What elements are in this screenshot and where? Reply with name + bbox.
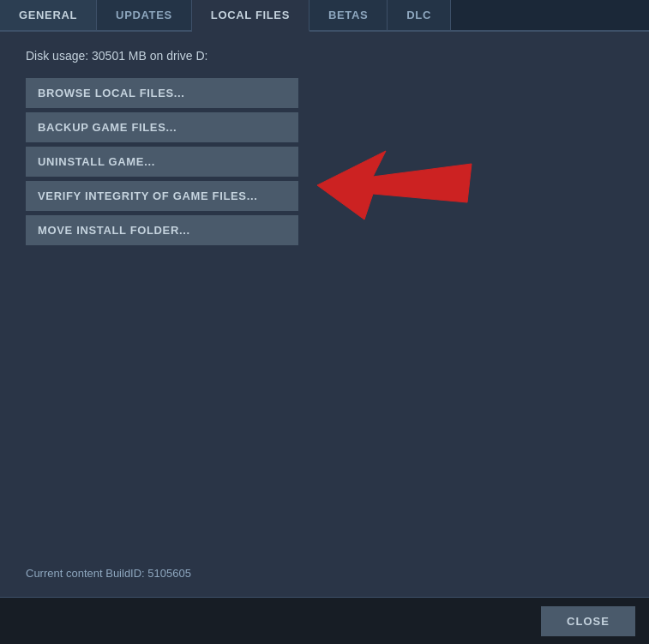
arrow-indicator — [309, 147, 480, 227]
disk-usage-label: Disk usage: 30501 MB on drive D: — [26, 49, 623, 63]
tab-betas[interactable]: BETAS — [309, 0, 388, 30]
tab-bar: GENERAL UPDATES LOCAL FILES BETAS DLC — [0, 0, 649, 32]
move-install-folder-button[interactable]: MOVE INSTALL FOLDER... — [26, 215, 298, 245]
bottom-bar: CLOSE — [0, 597, 649, 644]
footer-area: Current content BuildID: 5105605 — [26, 245, 623, 580]
steam-properties-window: GENERAL UPDATES LOCAL FILES BETAS DLC Di… — [0, 0, 649, 644]
tab-general[interactable]: GENERAL — [0, 0, 97, 30]
backup-game-files-button[interactable]: BACKUP GAME FILES... — [26, 112, 298, 142]
close-button[interactable]: CLOSE — [541, 606, 635, 636]
uninstall-game-button[interactable]: UNINSTALL GAME... — [26, 147, 298, 177]
tab-local-files[interactable]: LOCAL FILES — [192, 0, 309, 32]
build-id-label: Current content BuildID: 5105605 — [26, 567, 623, 580]
verify-integrity-button[interactable]: VERIFY INTEGRITY OF GAME FILES... — [26, 181, 298, 211]
tab-dlc[interactable]: DLC — [388, 0, 451, 30]
action-buttons-area: BROWSE LOCAL FILES... BACKUP GAME FILES.… — [26, 78, 623, 245]
svg-marker-0 — [317, 151, 472, 220]
main-content: Disk usage: 30501 MB on drive D: BROWSE … — [0, 32, 649, 597]
browse-local-files-button[interactable]: BROWSE LOCAL FILES... — [26, 78, 298, 108]
tab-updates[interactable]: UPDATES — [97, 0, 192, 30]
